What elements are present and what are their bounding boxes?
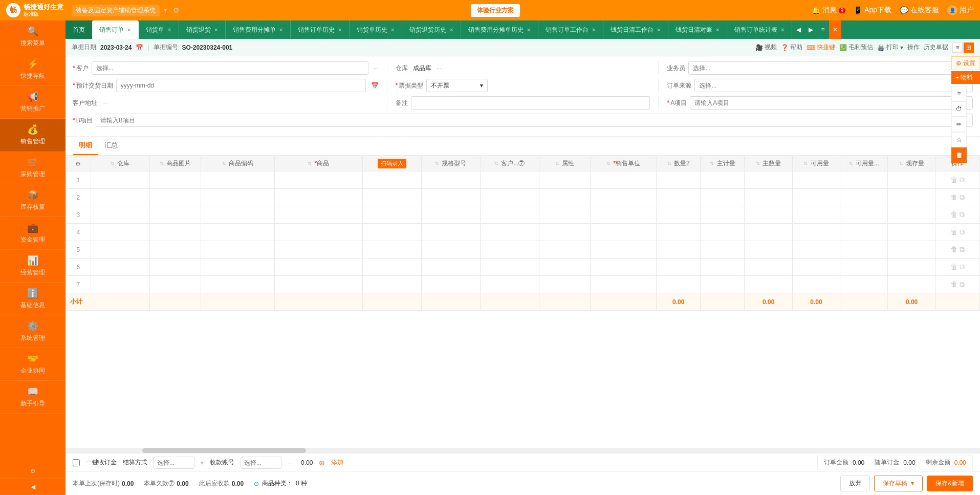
save-new-btn[interactable]: 保存&新增 [927, 476, 973, 491]
print-btn[interactable]: 🖨️ 打印 ▾ [877, 43, 903, 52]
delete-icon-6[interactable]: 🗑 [950, 263, 957, 271]
notification-btn[interactable]: 🔔 消息 9 [812, 6, 846, 15]
tab-order-workbench[interactable]: 销售订单工作台 ✕ [538, 20, 603, 39]
tab-daily-workbench[interactable]: 钱货日清工作台 ✕ [603, 20, 668, 39]
user-menu[interactable]: 👤 用户 [947, 5, 974, 15]
tab-sales-cost[interactable]: 销售费用分摊单 ✕ [226, 20, 291, 39]
help-btn[interactable]: ❓ 帮助 [781, 43, 802, 52]
system-dropdown-icon[interactable]: ▾ [164, 7, 167, 14]
sidebar-collapse-btn[interactable]: ◀ [0, 479, 66, 495]
tab-sales-cost-close[interactable]: ✕ [279, 27, 283, 33]
delete-icon-2[interactable]: 🗑 [950, 193, 957, 202]
tab-sales-goods-close[interactable]: ✕ [167, 27, 171, 33]
tab-menu-btn[interactable]: ≡ [817, 20, 829, 39]
tab-goods-history-close[interactable]: ✕ [390, 27, 395, 33]
tab-daily-workbench-close[interactable]: ✕ [657, 27, 661, 33]
a-project-input[interactable] [690, 96, 973, 110]
sidebar-item-sales[interactable]: 💰 销售管理 [0, 119, 66, 152]
list-view-btn[interactable]: ≡ [952, 42, 963, 53]
app-download-btn[interactable]: 📱 App下载 [854, 6, 891, 15]
copy-icon-5[interactable]: ⧉ [960, 245, 965, 254]
sidebar-item-basic[interactable]: ℹ️ 基础信息 [0, 283, 66, 315]
settings-gear-icon[interactable]: ⚙ [173, 6, 180, 14]
staff-input[interactable] [688, 61, 973, 75]
sidebar-item-purchase[interactable]: 🛒 采购管理 [0, 152, 66, 184]
profit-btn[interactable]: 💹 毛利预估 [839, 43, 873, 52]
view-btn[interactable]: 🎥 视频 [755, 43, 777, 52]
operation-btn[interactable]: 操作 [907, 43, 920, 52]
sidebar-item-collab[interactable]: 🤝 企业协同 [0, 348, 66, 381]
add-payment-label[interactable]: 添加 [331, 458, 343, 467]
tab-sales-return[interactable]: 销货退货 ✕ [179, 20, 226, 39]
calendar-icon[interactable]: 📅 [136, 44, 143, 51]
history-btn[interactable]: 历史单据 [924, 43, 948, 52]
rp-btn-3[interactable]: ✏ [951, 117, 967, 132]
sidebar-item-finance[interactable]: 💼 资金管理 [0, 217, 66, 250]
rp-btn-1[interactable]: ≡ [951, 86, 967, 101]
copy-icon-6[interactable]: ⧉ [960, 263, 965, 271]
tab-return-history[interactable]: 销货退货历史 ✕ [402, 20, 461, 39]
tab-stats[interactable]: 销售订单统计表 ✕ [727, 20, 792, 39]
delete-icon-3[interactable]: 🗑 [950, 210, 957, 219]
b-project-input[interactable] [96, 114, 973, 127]
tab-sales-goods[interactable]: 销货单 ✕ [139, 20, 179, 39]
copy-icon-1[interactable]: ⧉ [960, 176, 965, 184]
settlement-input[interactable] [154, 457, 194, 469]
tab-daily-account[interactable]: 钱货日清对账 ✕ [668, 20, 727, 39]
one-click-checkbox[interactable] [73, 459, 80, 466]
tab-order-workbench-close[interactable]: ✕ [592, 27, 596, 33]
tab-home[interactable]: 首页 [66, 20, 92, 39]
tab-cost-history-close[interactable]: ✕ [527, 27, 531, 33]
tab-cost-history[interactable]: 销售费用分摊单历史 ✕ [461, 20, 538, 39]
delete-icon-4[interactable]: 🗑 [950, 228, 957, 236]
sidebar-item-operation[interactable]: 📊 经营管理 [0, 250, 66, 283]
industry-btn[interactable]: 体验行业方案 [471, 4, 520, 17]
th-settings[interactable]: ⚙ [66, 156, 91, 171]
online-service-btn[interactable]: 💬 在线客服 [900, 6, 939, 15]
ticket-select[interactable]: 不开票 ▾ [426, 79, 488, 92]
horizontal-scrollbar[interactable] [66, 448, 980, 453]
settings-float-btn[interactable]: ⚙ 设置 [951, 56, 980, 70]
tab-sales-order[interactable]: 销售订单 ✕ [92, 20, 139, 39]
rp-btn-5[interactable]: 📋 [951, 147, 967, 163]
settlement-dropdown-icon[interactable]: ▾ [201, 459, 204, 466]
sidebar-settings-btn[interactable]: ⚙ [0, 463, 66, 479]
sidebar-item-marketing[interactable]: 📢 营销推广 [0, 86, 66, 119]
copy-icon-3[interactable]: ⧉ [960, 210, 965, 219]
discard-btn[interactable]: 放弃 [840, 476, 870, 491]
copy-icon-4[interactable]: ⧉ [960, 228, 965, 236]
account-input[interactable] [241, 457, 281, 469]
sidebar-item-system[interactable]: ⚙️ 系统管理 [0, 315, 66, 348]
tab-goods-history[interactable]: 销货单历史 ✕ [350, 20, 402, 39]
rp-btn-4[interactable]: ☆ [951, 132, 967, 147]
scrollbar-thumb[interactable] [142, 448, 306, 453]
scan-btn[interactable]: 扫码录入 [378, 159, 406, 168]
copy-icon-7[interactable]: ⧉ [960, 280, 965, 289]
sidebar-item-inventory[interactable]: 📦 库存核算 [0, 184, 66, 217]
copy-icon-2[interactable]: ⧉ [960, 193, 965, 202]
delivery-input[interactable] [116, 79, 366, 92]
shortcut-btn[interactable]: ⌨ 快捷键 [807, 43, 835, 52]
rp-btn-2[interactable]: ⏱ [951, 101, 967, 117]
tab-stats-close[interactable]: ✕ [780, 27, 785, 33]
tab-sales-order-close[interactable]: ✕ [127, 27, 131, 33]
tab-summary[interactable]: 汇总 [98, 137, 124, 155]
tab-order-history-close[interactable]: ✕ [338, 27, 342, 33]
delivery-calendar-icon[interactable]: 📅 [371, 82, 379, 89]
customer-input[interactable] [92, 61, 368, 75]
tab-detail[interactable]: 明细 [73, 137, 98, 155]
delete-icon-7[interactable]: 🗑 [950, 280, 957, 289]
note-input[interactable] [411, 96, 650, 110]
grid-view-btn[interactable]: ⊞ [964, 42, 974, 53]
add-material-btn[interactable]: + 物料 [951, 71, 980, 84]
order-source-input[interactable] [694, 79, 973, 92]
sidebar-item-quick[interactable]: ⚡ 快捷导航 [0, 53, 66, 86]
delete-icon-5[interactable]: 🗑 [950, 245, 957, 254]
sidebar-item-guide[interactable]: 📖 新手引导 [0, 381, 66, 414]
tab-order-history[interactable]: 销售订单历史 ✕ [291, 20, 350, 39]
add-payment-btn[interactable]: ⊕ [319, 459, 325, 467]
tab-daily-account-close[interactable]: ✕ [715, 27, 720, 33]
tab-return-history-close[interactable]: ✕ [449, 27, 453, 33]
sidebar-item-search[interactable]: 🔍 搜索菜单 [0, 20, 66, 53]
delete-icon-1[interactable]: 🗑 [950, 176, 957, 184]
